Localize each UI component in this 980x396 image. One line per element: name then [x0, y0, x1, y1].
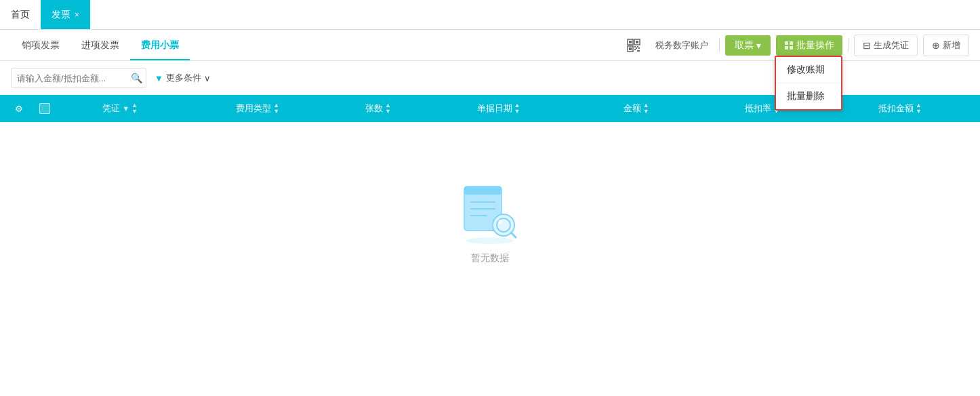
th-expense-type[interactable]: 费用类型 ▲ ▼	[183, 102, 332, 115]
voucher-filter-icon: ▼	[122, 104, 129, 113]
svg-rect-14	[785, 46, 788, 50]
svg-rect-11	[637, 50, 640, 52]
tab-input-invoice[interactable]: 进项发票	[70, 30, 130, 60]
empty-state: 暂无数据	[0, 122, 980, 292]
separator2	[848, 39, 849, 52]
top-nav: 首页 发票 ×	[0, 0, 980, 30]
voucher-sort[interactable]: ▲ ▼	[131, 102, 138, 115]
svg-line-24	[511, 233, 516, 237]
empty-text: 暂无数据	[471, 252, 509, 264]
svg-rect-1	[629, 41, 632, 43]
nav-tab-fapiao[interactable]: 发票 ×	[41, 0, 90, 29]
search-button[interactable]: 🔍	[131, 73, 142, 83]
th-check[interactable]	[33, 103, 57, 114]
svg-rect-10	[634, 49, 636, 50]
more-conditions-arrow: ∨	[204, 73, 211, 83]
th-deduct-amount[interactable]: 抵扣金额 ▲ ▼	[825, 102, 975, 115]
nav-home[interactable]: 首页	[0, 0, 41, 29]
search-input[interactable]	[11, 68, 146, 88]
svg-rect-9	[638, 47, 640, 49]
svg-point-16	[466, 237, 514, 244]
search-wrap: 🔍	[11, 68, 146, 88]
deduct-amount-sort[interactable]: ▲ ▼	[916, 102, 922, 115]
th-gear[interactable]: ⚙	[5, 104, 33, 114]
svg-rect-13	[790, 41, 793, 45]
search-icon: 🔍	[131, 73, 142, 83]
date-sort[interactable]: ▲ ▼	[514, 102, 520, 115]
qupiao-button[interactable]: 取票 ▾	[725, 35, 771, 56]
svg-rect-12	[785, 41, 788, 45]
piliang-dropdown-container: 批量操作 修改账期 批量删除	[776, 35, 842, 56]
tab-expense-receipt[interactable]: 费用小票	[130, 30, 190, 60]
dropdown-modify-period[interactable]: 修改账期	[776, 57, 841, 83]
shengcheng-pingzheng-button[interactable]: ⊟ 生成凭证	[854, 35, 918, 56]
th-voucher[interactable]: 凭证 ▼ ▲ ▼	[57, 102, 183, 115]
expense-type-sort[interactable]: ▲ ▼	[273, 102, 279, 115]
svg-rect-6	[634, 46, 636, 47]
tab-sales-invoice[interactable]: 销项发票	[11, 30, 70, 60]
filter-icon: ▼	[155, 73, 163, 83]
sub-tabs-left: 销项发票 进项发票 费用小票	[11, 30, 190, 60]
svg-rect-5	[629, 47, 632, 50]
toolbar-right: 税务数字账户 取票 ▾ 批量操作	[623, 35, 969, 56]
xinzeng-button[interactable]: ⊕ 新增	[923, 35, 969, 56]
th-amount[interactable]: 金额 ▲ ▼	[573, 102, 699, 115]
qr-icon	[626, 38, 641, 53]
svg-rect-8	[636, 47, 637, 49]
th-date[interactable]: 单据日期 ▲ ▼	[424, 102, 573, 115]
th-count[interactable]: 张数 ▲ ▼	[332, 102, 424, 115]
sub-tabs-bar: 销项发票 进项发票 费用小票	[0, 30, 980, 61]
empty-svg	[449, 176, 531, 244]
svg-rect-15	[790, 46, 793, 50]
xinzeng-icon: ⊕	[932, 40, 940, 51]
tab-close-icon[interactable]: ×	[75, 10, 79, 20]
tax-digital-account-btn[interactable]: 税务数字账户	[650, 37, 714, 54]
piliang-caozuo-button[interactable]: 批量操作	[776, 35, 842, 56]
gear-icon: ⚙	[15, 104, 23, 114]
piliang-icon	[784, 41, 794, 50]
svg-rect-3	[636, 41, 638, 43]
count-sort[interactable]: ▲ ▼	[385, 102, 391, 115]
dropdown-batch-delete[interactable]: 批量删除	[776, 83, 841, 109]
header-checkbox[interactable]	[39, 103, 50, 114]
qr-code-button[interactable]	[623, 35, 645, 56]
page-content: 销项发票 进项发票 费用小票	[0, 30, 980, 396]
empty-illustration	[449, 176, 531, 244]
more-conditions-button[interactable]: ▼ 更多条件 ∨	[155, 72, 211, 84]
piliang-dropdown-menu: 修改账期 批量删除	[775, 56, 842, 111]
svg-point-25	[498, 220, 502, 224]
amount-sort[interactable]: ▲ ▼	[643, 102, 649, 115]
svg-rect-18	[464, 186, 502, 195]
separator	[719, 39, 720, 52]
svg-rect-7	[637, 46, 638, 47]
shengcheng-icon: ⊟	[863, 40, 871, 51]
